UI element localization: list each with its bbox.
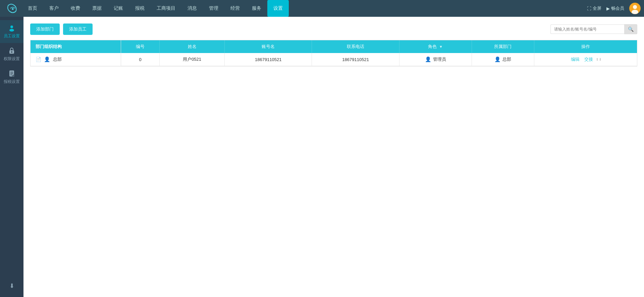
col-id: 编号 xyxy=(121,40,160,53)
employee-icon xyxy=(8,24,15,32)
col-action: 操作 xyxy=(534,40,637,53)
dept-tree-header: 部门组织结构 xyxy=(31,40,121,53)
content-area: 添加部门 添加员工 🔍 部门组织结构 📄 👤 总部 xyxy=(23,17,644,297)
col-phone: 联系电话 xyxy=(312,40,399,53)
role-label: 管理员 xyxy=(433,56,446,62)
cell-name: 用户0521 xyxy=(160,53,225,66)
cell-account: 18679110521 xyxy=(225,53,312,66)
nav-tax[interactable]: 报税 xyxy=(129,0,151,17)
edit-link[interactable]: 编辑 xyxy=(571,57,580,62)
nav-settings[interactable]: 设置 xyxy=(267,0,289,17)
nav-accounting[interactable]: 记账 xyxy=(108,0,129,17)
svg-point-0 xyxy=(12,8,13,10)
lock-icon xyxy=(8,47,15,54)
nav-business[interactable]: 工商项目 xyxy=(151,0,181,17)
sidebar-tax-settings-label: 报税设置 xyxy=(4,79,20,85)
tax-settings-icon xyxy=(8,70,15,77)
nav-message[interactable]: 消息 xyxy=(181,0,203,17)
table-row: 0 用户0521 18679110521 18679110521 👤 管理员 xyxy=(121,53,637,66)
app-logo xyxy=(3,0,22,17)
top-navigation: 首页 客户 收费 票据 记账 报税 工商项目 消息 管理 经营 服务 设置 ⛶ … xyxy=(0,0,644,17)
tree-user-icon: 👤 xyxy=(44,56,50,62)
filter-icon: ▼ xyxy=(439,45,443,49)
cell-id: 0 xyxy=(121,53,160,66)
svg-point-3 xyxy=(10,26,13,28)
employee-table: 编号 姓名 账号名 联系电话 角色 ▼ 所属部门 操作 xyxy=(121,40,637,66)
fullscreen-button[interactable]: ⛶ 全屏 xyxy=(587,5,601,11)
search-box: 🔍 xyxy=(550,24,637,34)
svg-point-4 xyxy=(9,29,14,32)
svg-point-1 xyxy=(633,5,637,9)
sidebar-employee-label: 员工设置 xyxy=(4,33,20,39)
vip-label: 畅会员 xyxy=(611,5,624,11)
add-dept-button[interactable]: 添加部门 xyxy=(30,23,60,35)
scroll-arrows: ⬆⬇ xyxy=(596,57,602,61)
nav-invoice[interactable]: 票据 xyxy=(86,0,108,17)
cell-phone: 18679110521 xyxy=(312,53,399,66)
sidebar-item-employee[interactable]: 员工设置 xyxy=(0,20,23,43)
col-account: 账号名 xyxy=(225,40,312,53)
search-input[interactable] xyxy=(550,24,624,34)
svg-point-2 xyxy=(632,10,638,14)
add-employee-button[interactable]: 添加员工 xyxy=(63,23,93,35)
fullscreen-icon: ⛶ xyxy=(587,6,591,11)
dept-tree-panel: 部门组织结构 📄 👤 总部 xyxy=(31,40,121,66)
doc-icon: 📄 xyxy=(36,57,41,62)
nav-right-actions: ⛶ 全屏 ▶ 畅会员 xyxy=(587,3,641,14)
nav-client[interactable]: 客户 xyxy=(43,0,65,17)
nav-billing[interactable]: 收费 xyxy=(65,0,86,17)
sidebar-bottom: ⬇ xyxy=(0,278,23,297)
vip-button[interactable]: ▶ 畅会员 xyxy=(606,5,624,11)
table-container: 部门组织结构 📄 👤 总部 编号 姓名 账号名 联系电话 xyxy=(30,40,637,66)
main-layout: 员工设置 权限设置 xyxy=(0,17,644,297)
nav-operation[interactable]: 经营 xyxy=(224,0,246,17)
transfer-link[interactable]: 交接 xyxy=(584,57,593,62)
search-icon: 🔍 xyxy=(628,27,634,32)
role-user-badge: 👤 xyxy=(425,56,431,62)
nav-service[interactable]: 服务 xyxy=(246,0,267,17)
search-button[interactable]: 🔍 xyxy=(624,24,637,34)
avatar[interactable] xyxy=(629,3,641,14)
tree-item-label: 总部 xyxy=(53,56,62,62)
nav-menu: 首页 客户 收费 票据 记账 报税 工商项目 消息 管理 经营 服务 设置 xyxy=(22,0,587,17)
nav-manage[interactable]: 管理 xyxy=(203,0,224,17)
vip-icon: ▶ xyxy=(606,6,610,11)
dept-user-badge: 👤 xyxy=(494,56,501,62)
nav-home[interactable]: 首页 xyxy=(22,0,43,17)
sidebar-item-permissions[interactable]: 权限设置 xyxy=(0,43,23,66)
cell-action: 编辑 交接 ⬆⬇ xyxy=(534,53,637,66)
download-icon: ⬇ xyxy=(8,282,15,290)
col-role-label: 角色 xyxy=(428,44,437,49)
table-header-row: 编号 姓名 账号名 联系电话 角色 ▼ 所属部门 操作 xyxy=(121,40,637,53)
cell-role: 👤 管理员 xyxy=(399,53,472,66)
toolbar: 添加部门 添加员工 🔍 xyxy=(30,23,637,35)
sidebar-download[interactable]: ⬇ xyxy=(0,278,23,294)
employee-table-panel: 编号 姓名 账号名 联系电话 角色 ▼ 所属部门 操作 xyxy=(121,40,637,66)
col-role[interactable]: 角色 ▼ xyxy=(399,40,472,53)
sidebar: 员工设置 权限设置 xyxy=(0,17,23,297)
col-name: 姓名 xyxy=(160,40,225,53)
sidebar-item-tax-settings[interactable]: 报税设置 xyxy=(0,66,23,89)
sidebar-permissions-label: 权限设置 xyxy=(4,56,20,62)
col-dept: 所属部门 xyxy=(472,40,534,53)
tree-item-hq[interactable]: 📄 👤 总部 xyxy=(31,53,121,66)
cell-dept: 👤 总部 xyxy=(472,53,534,66)
fullscreen-label: 全屏 xyxy=(593,5,601,11)
dept-label: 总部 xyxy=(502,56,511,62)
svg-point-6 xyxy=(11,51,12,53)
